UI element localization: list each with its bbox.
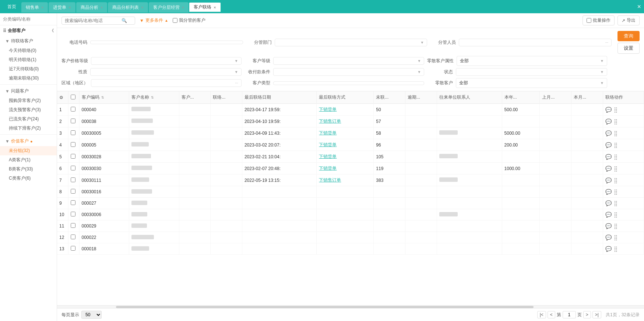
adv-nature-select[interactable]: ▼ xyxy=(90,68,242,76)
adv-retail-cust-select[interactable]: 全部 ▼ xyxy=(456,78,607,88)
more-icon[interactable]: ⣿ xyxy=(614,234,617,240)
filter-search-input[interactable] xyxy=(65,18,120,23)
more-icon[interactable]: ⣿ xyxy=(614,166,617,172)
adv-cust-type-input[interactable] xyxy=(273,81,425,85)
sidebar-search-input[interactable] xyxy=(3,17,57,22)
select-all-checkbox[interactable] xyxy=(71,95,75,99)
pending-group-header[interactable]: ▼ 待联络客户 xyxy=(0,36,57,46)
batch-checkbox[interactable] xyxy=(587,18,591,23)
row-checkbox[interactable] xyxy=(71,154,75,159)
more-icon[interactable]: ⣿ xyxy=(614,246,617,252)
nav-close-customer-segment[interactable]: × xyxy=(182,5,184,10)
batch-operation-button[interactable]: 批量操作 xyxy=(583,15,615,25)
value-group-header[interactable]: ▼ 价值客户 ● xyxy=(0,136,57,146)
nav-close-goods-analysis[interactable]: × xyxy=(101,5,103,10)
last-method-link[interactable]: 下销货单 xyxy=(319,154,337,159)
sidebar-item-today[interactable]: 今天待联络(0) xyxy=(0,46,57,55)
comment-icon[interactable]: 💬 xyxy=(605,177,612,183)
row-checkbox[interactable] xyxy=(71,234,75,239)
sidebar-item-week[interactable]: 近7天待联络(0) xyxy=(0,64,57,74)
comment-icon[interactable]: 💬 xyxy=(605,246,612,252)
sidebar-item-typeA[interactable]: A类客户(1) xyxy=(0,155,57,165)
query-button[interactable]: 查询 xyxy=(617,31,640,41)
comment-icon[interactable]: 💬 xyxy=(605,234,612,240)
th-code[interactable]: 客户编码 ⇅ xyxy=(79,91,129,104)
adv-phone-input[interactable] xyxy=(90,40,243,44)
adv-dept-select[interactable]: ▼ xyxy=(275,39,427,46)
sidebar-item-typeB[interactable]: B类客户(33) xyxy=(0,165,57,174)
sidebar-item-tomorrow[interactable]: 明天待联络(1) xyxy=(0,55,57,64)
sidebar-item-decline[interactable]: 持续下滑客户(2) xyxy=(0,124,57,133)
nav-item-customer-segment[interactable]: 客户分层经营 × xyxy=(149,2,189,13)
more-icon[interactable]: ⣿ xyxy=(614,107,617,113)
sidebar-item-hoard[interactable]: 囤购异常客户(2) xyxy=(0,96,57,105)
comment-icon[interactable]: 💬 xyxy=(605,142,612,148)
row-checkbox[interactable] xyxy=(71,130,75,135)
comment-icon[interactable]: 💬 xyxy=(605,154,612,160)
comment-icon[interactable]: 💬 xyxy=(605,189,612,195)
last-method-link[interactable]: 下销货单 xyxy=(319,130,337,135)
row-checkbox[interactable] xyxy=(71,119,75,123)
row-checkbox[interactable] xyxy=(71,246,75,251)
all-customers-header[interactable]: ⠿ 全部客户 《 xyxy=(0,25,57,36)
nav-close-goods-list[interactable]: × xyxy=(141,5,143,10)
more-icon[interactable]: ⣿ xyxy=(614,177,617,183)
prev-page-button[interactable]: < xyxy=(548,311,555,318)
more-icon[interactable]: ⣿ xyxy=(614,154,617,160)
sidebar-item-ungrouped[interactable]: 未分组(32) xyxy=(0,146,57,155)
per-page-select[interactable]: 50 100 200 xyxy=(81,311,102,319)
more-icon[interactable]: ⣿ xyxy=(614,189,617,195)
comment-icon[interactable]: 💬 xyxy=(605,200,612,206)
sidebar-item-overdue[interactable]: 逾期未联络(30) xyxy=(0,74,57,83)
filter-more-conditions[interactable]: ▼ 更多条件 ▲ xyxy=(140,17,168,24)
scrollbar-thumb[interactable] xyxy=(116,306,534,308)
row-checkbox[interactable] xyxy=(71,212,75,216)
row-checkbox[interactable] xyxy=(71,177,75,182)
th-name[interactable]: 客户名称 ⇅ xyxy=(129,91,179,104)
nav-item-home[interactable]: 首页 xyxy=(3,1,21,12)
nav-item-goods-list[interactable]: 商品分析列表 × xyxy=(108,2,148,13)
export-button[interactable]: ↗ 导出 xyxy=(617,15,640,25)
sidebar-item-lost[interactable]: 已流失客户(24) xyxy=(0,114,57,124)
my-customers-checkbox[interactable] xyxy=(173,18,177,23)
more-icon[interactable]: ⣿ xyxy=(614,119,617,124)
last-page-button[interactable]: >| xyxy=(592,311,601,318)
nav-item-purchase[interactable]: 进货单 × xyxy=(49,2,75,13)
nav-close-customer-contact[interactable]: × xyxy=(214,5,216,10)
last-method-link[interactable]: 下销售订单 xyxy=(319,119,341,124)
comment-icon[interactable]: 💬 xyxy=(605,130,612,136)
window-close-button[interactable]: × xyxy=(637,3,641,11)
comment-icon[interactable]: 💬 xyxy=(605,119,612,124)
row-checkbox[interactable] xyxy=(71,189,75,194)
more-icon[interactable]: ⣿ xyxy=(614,130,617,136)
page-input[interactable] xyxy=(563,311,576,318)
nav-item-goods-analysis[interactable]: 商品分析 × xyxy=(76,2,107,13)
row-checkbox[interactable] xyxy=(71,107,75,112)
last-method-link[interactable]: 下销售订单 xyxy=(319,177,341,183)
comment-icon[interactable]: 💬 xyxy=(605,223,612,229)
reset-button[interactable]: 设置 xyxy=(617,43,640,54)
comment-icon[interactable]: 💬 xyxy=(605,166,612,172)
last-method-link[interactable]: 下销货单 xyxy=(319,166,337,171)
nav-item-customer-contact[interactable]: 客户联络 × xyxy=(189,1,220,12)
nav-close-sales[interactable]: × xyxy=(41,5,43,10)
filter-search-icon[interactable]: 🔍 xyxy=(122,18,127,23)
adv-price-level-select[interactable]: ▼ xyxy=(91,57,242,65)
adv-cust-level-select[interactable]: ▼ xyxy=(273,57,425,65)
adv-payment-select[interactable]: ▼ xyxy=(273,68,425,76)
first-page-button[interactable]: |< xyxy=(537,311,546,318)
next-page-button[interactable]: > xyxy=(583,311,591,318)
adv-retail-attr-select[interactable]: 全部 ▼ xyxy=(457,56,607,66)
more-icon[interactable]: ⣿ xyxy=(614,212,617,218)
sidebar-item-churn[interactable]: 流失预警客户(3) xyxy=(0,105,57,114)
adv-manager-input[interactable]: ··· xyxy=(459,39,612,46)
more-icon[interactable]: ⣿ xyxy=(614,200,617,206)
sidebar-item-typeC[interactable]: C类客户(6) xyxy=(0,174,57,183)
last-method-link[interactable]: 下销货单 xyxy=(319,142,337,147)
comment-icon[interactable]: 💬 xyxy=(605,212,612,218)
adv-region-input[interactable]: ··· xyxy=(91,79,242,87)
adv-status-select[interactable]: ▼ xyxy=(456,68,607,76)
row-checkbox[interactable] xyxy=(71,166,75,170)
problem-group-header[interactable]: ▼ 问题客户 xyxy=(0,86,57,96)
th-settings[interactable]: ⚙ xyxy=(57,91,68,104)
